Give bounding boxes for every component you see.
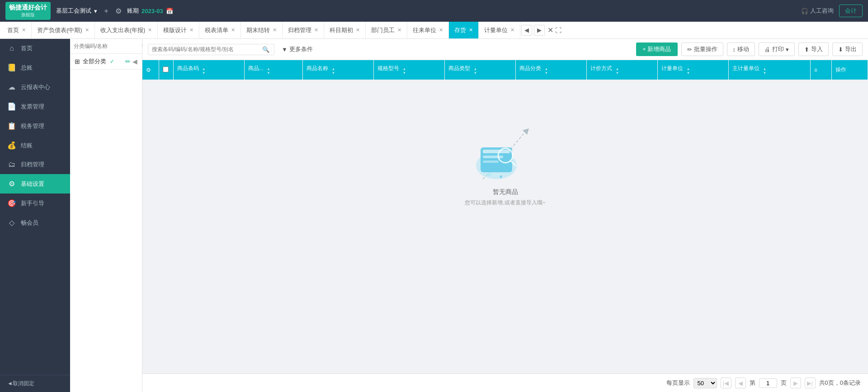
th-price-method[interactable]: 计价方式 ▲▼ [587,60,658,80]
page-first-btn[interactable]: |◀ [721,378,731,388]
th-unit[interactable]: 计量单位 ▲▼ [658,60,729,80]
tab-unit[interactable]: 计量单位 ✕ [479,22,520,39]
sidebar-item-archive[interactable]: 🗂 归档管理 [0,155,70,174]
filter-btn[interactable]: ▼ 更多条件 [278,43,316,55]
tab-close-subject[interactable]: ✕ [356,27,360,33]
tab-close-contacts[interactable]: ✕ [439,27,443,33]
page-prev-btn[interactable]: ◀ [735,378,746,388]
page-next-btn[interactable]: ▶ [790,378,801,388]
sidebar-item-member[interactable]: ◇ 畅会员 [0,213,70,232]
total-records: 共0页，0条记录 [819,379,861,387]
move-btn[interactable]: ↕ 移动 [727,43,755,56]
category-search-box: 🔍 [70,39,142,54]
period-value: 2023-03 [142,8,163,14]
account-btn[interactable]: 会计 [839,5,863,17]
product-search-input[interactable] [152,46,260,52]
page-last-btn[interactable]: ▶| [805,378,816,388]
category-search-input[interactable] [74,43,142,49]
th-check[interactable] [159,60,173,80]
th-main-unit[interactable]: 主计量单位 ▲▼ [729,60,810,80]
th-spec[interactable]: 规格型号 ▲▼ [374,60,445,80]
export-btn[interactable]: ⬇ 导出 [832,43,863,56]
sidebar-item-tax[interactable]: 📋 税务管理 [0,116,70,136]
tab-tax[interactable]: 税表清单 ✕ [199,22,241,39]
sort-unit[interactable]: ▲▼ [687,67,690,75]
calendar-icon[interactable]: 📅 [166,8,173,14]
tab-subject[interactable]: 科目期初 ✕ [324,22,366,39]
tab-close-unit[interactable]: ✕ [510,27,514,33]
sidebar-item-invoice[interactable]: 📄 发票管理 [0,97,70,116]
unpin-btn[interactable]: ◄取消固定 [0,375,70,392]
select-all-checkbox[interactable] [163,66,169,72]
sidebar-item-guide[interactable]: 🎯 新手引导 [0,194,70,213]
sort-main-unit[interactable]: ▲▼ [763,67,767,75]
th-extra[interactable]: ≡ [810,60,831,80]
add-tab-btn[interactable]: ＋ [103,6,110,16]
sort-price[interactable]: ▲▼ [616,67,619,75]
batch-btn[interactable]: ✏ 批量操作 [681,43,723,56]
tab-close-assets[interactable]: ✕ [85,27,89,33]
search-bar: 🔍 [148,44,274,55]
tab-archive[interactable]: 归档管理 ✕ [283,22,324,39]
logo-sub: 旗舰版 [21,12,35,18]
tab-close-period[interactable]: ✕ [273,27,277,33]
company-selector[interactable]: 基层工会测试 ▾ [56,7,97,15]
svg-rect-3 [483,150,510,153]
tab-close-home[interactable]: ✕ [22,27,26,33]
add-product-btn[interactable]: + 新增商品 [636,43,677,56]
tab-template[interactable]: 模版设计 ✕ [158,22,199,39]
sidebar-item-settle[interactable]: 💰 结账 [0,136,70,155]
company-name: 基层工会测试 [56,7,91,15]
sort-type[interactable]: ▲▼ [474,67,477,75]
search-bar-icon[interactable]: 🔍 [262,46,269,53]
tab-contacts[interactable]: 往来单位 ✕ [407,22,449,39]
category-actions: ✏ ◀ [125,58,137,65]
th-category[interactable]: 商品分类 ▲▼ [516,60,587,80]
per-page-select[interactable]: 50 20 100 [693,378,717,388]
tab-close-inventory[interactable]: ✕ [469,27,473,33]
tab-close-template[interactable]: ✕ [189,27,193,33]
page-input[interactable] [759,378,777,388]
tab-income[interactable]: 收入支出表(年报) ✕ [95,22,158,39]
sort-category[interactable]: ▲▼ [545,67,548,75]
tab-assets[interactable]: 资产负债表(中期) ✕ [32,22,95,39]
tab-prev-btn[interactable]: ◀ [521,25,532,36]
sort-spec[interactable]: ▲▼ [403,67,406,75]
edit-category-btn[interactable]: ✏ [125,58,131,65]
empty-state: 暂无商品 您可以选择新增,或者直接导入哦~ [142,80,868,234]
tab-close-tax[interactable]: ✕ [231,27,235,33]
th-type[interactable]: 商品类型 ▲▼ [445,60,516,80]
print-btn[interactable]: 🖨 打印 ▾ [759,43,795,56]
tab-close-archive[interactable]: ✕ [314,27,318,33]
th-name[interactable]: 商品名称 ▲▼ [303,60,374,80]
ledger-icon: 📒 [7,63,16,72]
archive-icon: 🗂 [7,161,16,169]
settings-icon[interactable]: ⚙ [115,7,122,15]
sidebar-item-ledger[interactable]: 📒 总账 [0,58,70,77]
sidebar-item-settings[interactable]: ⚙ 基础设置 [0,174,70,194]
sort-name[interactable]: ▲▼ [332,67,335,75]
settings-sidebar-icon: ⚙ [7,179,16,188]
th-settings[interactable]: ⚙ [142,60,159,80]
sort-code[interactable]: ▲▼ [267,67,270,75]
tab-close-income[interactable]: ✕ [148,27,152,33]
tab-next-btn[interactable]: ▶ [534,25,545,36]
th-barcode[interactable]: 商品条码 ▲▼ [173,60,244,80]
tab-close-all-btn[interactable]: ✕ [547,26,553,34]
tab-expand-btn[interactable]: ⛶ [555,27,561,34]
sidebar-item-cloud[interactable]: ☁ 云报表中心 [0,77,70,97]
tab-close-dept[interactable]: ✕ [397,27,401,33]
sort-barcode[interactable]: ▲▼ [202,67,206,75]
tab-dept[interactable]: 部门员工 ✕ [366,22,407,39]
sidebar-item-home[interactable]: ⌂ 首页 [0,39,70,58]
tab-home[interactable]: 首页 ✕ [2,22,32,39]
svg-point-9 [500,175,502,178]
import-btn[interactable]: ⬆ 导入 [798,43,829,56]
collapse-panel-btn[interactable]: ◀ [132,58,137,65]
export-icon: ⬇ [838,46,843,53]
th-code[interactable]: 商品... ▲▼ [244,60,303,80]
human-service-btn[interactable]: 🎧 人工咨询 [801,7,834,15]
table-header: ⚙ 商品条码 ▲▼ 商品... ▲▼ [142,60,868,80]
tab-inventory[interactable]: 存货 ✕ [449,22,479,39]
tab-period-close[interactable]: 期末结转 ✕ [241,22,283,39]
